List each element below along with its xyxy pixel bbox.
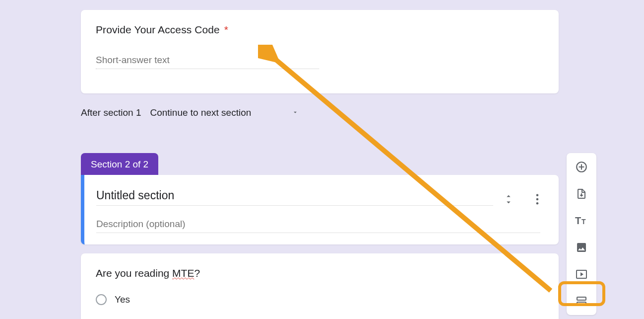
svg-rect-5 — [577, 297, 586, 300]
question-title: Provide Your Access Code * — [96, 24, 544, 36]
collapse-expand-icon[interactable] — [504, 194, 513, 207]
svg-point-0 — [536, 194, 539, 196]
floating-toolbar: TT — [567, 153, 596, 315]
section-title-input[interactable] — [96, 188, 493, 206]
question2-prefix: Are you reading — [96, 267, 172, 279]
svg-point-2 — [536, 202, 539, 205]
after-section-dropdown[interactable]: Continue to next section — [150, 105, 299, 120]
required-asterisk: * — [224, 24, 228, 35]
section-tab: Section 2 of 2 — [81, 153, 158, 176]
import-questions-button[interactable] — [575, 187, 588, 201]
add-section-button[interactable] — [575, 294, 588, 308]
after-section-row: After section 1 Continue to next section — [81, 105, 299, 120]
svg-point-1 — [536, 198, 539, 201]
radio-option-yes[interactable]: Yes — [96, 294, 544, 305]
chevron-down-icon — [292, 107, 299, 118]
after-section-dropdown-value: Continue to next section — [150, 107, 251, 118]
short-answer-input[interactable] — [96, 53, 319, 69]
more-options-icon[interactable] — [536, 194, 539, 207]
add-video-button[interactable] — [575, 267, 588, 281]
question-card-access-code: Provide Your Access Code * — [81, 10, 559, 93]
question2-suffix: ? — [194, 267, 200, 279]
question-card-reading: Are you reading MTE? Yes — [81, 253, 559, 319]
add-title-button[interactable]: TT — [575, 214, 588, 228]
question2-mte: MTE — [172, 267, 194, 279]
after-section-label: After section 1 — [81, 107, 141, 118]
section-description-input[interactable] — [96, 218, 540, 233]
svg-rect-6 — [577, 302, 586, 305]
radio-circle-icon — [96, 294, 107, 305]
radio-label: Yes — [115, 294, 130, 305]
question-title-text: Provide Your Access Code — [96, 24, 220, 35]
svg-text:T: T — [581, 218, 586, 226]
add-image-button[interactable] — [575, 240, 588, 254]
svg-text:T: T — [575, 215, 581, 226]
question2-title: Are you reading MTE? — [96, 267, 544, 279]
add-question-button[interactable] — [575, 160, 588, 174]
section-header-card[interactable] — [81, 175, 559, 244]
